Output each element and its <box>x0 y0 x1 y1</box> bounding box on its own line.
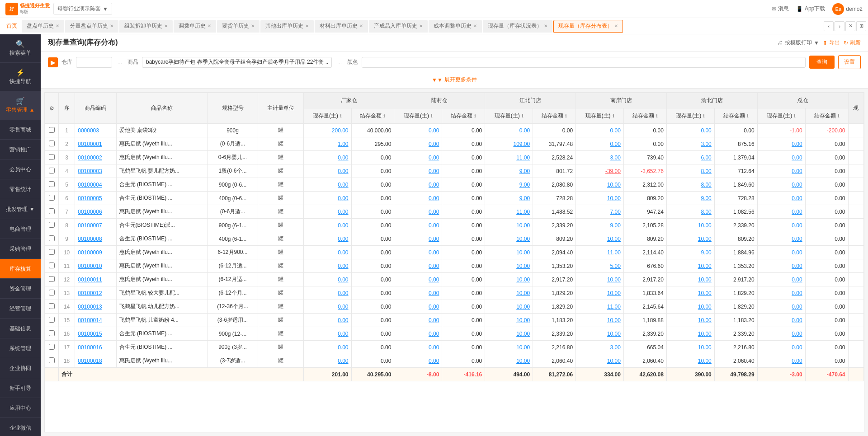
td-jiangbei-stock[interactable]: 10.00 <box>485 246 533 259</box>
td-code[interactable]: 00100014 <box>75 314 116 327</box>
sidebar-item-retail-mgmt[interactable]: 🛒 零售管理 ▲ <box>0 91 41 120</box>
expand-more-btn[interactable]: ▼▼ 展开更多条件 <box>48 74 861 85</box>
td-total-stock[interactable]: 0.00 <box>757 219 805 232</box>
info-icon[interactable]: ℹ <box>565 113 567 118</box>
td-yubei-stock[interactable]: 10.00 <box>666 219 714 232</box>
th-settings[interactable]: ⚙ <box>45 93 59 124</box>
td-lucun-stock[interactable]: 0.00 <box>394 341 442 354</box>
tab-assembly[interactable]: 组装拆卸单历史 ✕ <box>119 20 173 33</box>
sidebar-item-ecommerce[interactable]: 电商管理 <box>0 219 41 239</box>
sidebar-item-retail-stats[interactable]: 零售统计 <box>0 179 41 199</box>
setting-button[interactable]: 设置 <box>838 55 861 69</box>
close-icon[interactable]: ✕ <box>251 23 255 28</box>
color-input[interactable] <box>362 57 806 68</box>
td-jiangbei-stock[interactable]: 10.00 <box>485 354 533 368</box>
td-changjia-stock[interactable]: 0.00 <box>303 354 351 368</box>
td-changjia-stock[interactable]: 0.00 <box>303 341 351 354</box>
td-lucun-stock[interactable]: 0.00 <box>394 219 442 232</box>
td-checkbox[interactable] <box>45 164 59 178</box>
td-jiangbei-stock[interactable]: 10.00 <box>485 286 533 300</box>
td-total-stock[interactable]: 0.00 <box>757 286 805 300</box>
td-changjia-stock[interactable]: 0.00 <box>303 178 351 192</box>
td-nanan-stock[interactable]: 11.00 <box>576 300 624 314</box>
td-changjia-stock[interactable]: 0.00 <box>303 232 351 246</box>
tab-dist-check[interactable]: 分量盘点单历史 ✕ <box>65 20 118 33</box>
td-code[interactable]: 00100016 <box>75 341 116 354</box>
td-nanan-stock[interactable]: 11.00 <box>576 246 624 259</box>
tab-expand-btn[interactable]: ⊞ <box>856 21 866 31</box>
td-code[interactable]: 00100006 <box>75 205 116 219</box>
row-checkbox[interactable] <box>49 276 55 282</box>
settings-icon[interactable]: ⚙ <box>49 105 54 112</box>
refresh-btn[interactable]: ↻ 刷新 <box>844 39 861 47</box>
sidebar-item-marketing[interactable]: 营销推广 <box>0 140 41 159</box>
td-changjia-stock[interactable]: 0.00 <box>303 314 351 327</box>
tab-home[interactable]: 首页 <box>2 22 22 30</box>
td-jiangbei-stock[interactable]: 109.00 <box>485 137 533 151</box>
td-changjia-stock[interactable]: 0.00 <box>303 151 351 164</box>
td-changjia-stock[interactable]: 0.00 <box>303 259 351 273</box>
td-yubei-stock[interactable]: 10.00 <box>666 327 714 341</box>
td-checkbox[interactable] <box>45 354 59 368</box>
sidebar-item-base-info[interactable]: 基础信息 <box>0 319 41 338</box>
td-lucun-stock[interactable]: 0.00 <box>394 124 442 137</box>
td-nanan-stock[interactable]: 0.00 <box>576 137 624 151</box>
row-checkbox[interactable] <box>49 168 55 173</box>
app-download-btn[interactable]: 📱 App下载 <box>796 5 825 13</box>
close-icon[interactable]: ✕ <box>419 23 423 28</box>
td-code[interactable]: 00100007 <box>75 219 116 232</box>
td-code[interactable]: 00100009 <box>75 246 116 259</box>
td-nanan-stock[interactable]: 10.00 <box>576 192 624 205</box>
td-checkbox[interactable] <box>45 300 59 314</box>
row-checkbox[interactable] <box>49 181 55 187</box>
td-yubei-stock[interactable]: 3.00 <box>666 137 714 151</box>
td-lucun-stock[interactable]: 0.00 <box>394 192 442 205</box>
td-yubei-stock[interactable]: 10.00 <box>666 354 714 368</box>
sidebar-item-search[interactable]: 🔍 搜索英单 <box>0 34 41 63</box>
td-code[interactable]: 00100012 <box>75 286 116 300</box>
td-nanan-stock[interactable]: 9.00 <box>576 219 624 232</box>
td-jiangbei-stock[interactable]: 9.00 <box>485 164 533 178</box>
goods-input[interactable] <box>142 57 332 68</box>
row-checkbox[interactable] <box>49 249 55 255</box>
row-checkbox[interactable] <box>49 330 55 336</box>
org-dropdown[interactable]: 母婴行业演示陈套 ▼ <box>53 3 112 15</box>
td-total-stock[interactable]: 0.00 <box>757 178 805 192</box>
td-lucun-stock[interactable]: 0.00 <box>394 232 442 246</box>
td-jiangbei-stock[interactable]: 10.00 <box>485 300 533 314</box>
export-btn[interactable]: ⬆ 导出 <box>823 39 840 47</box>
td-code[interactable]: 0000003 <box>75 124 116 137</box>
sidebar-item-finance[interactable]: 资金管理 <box>0 279 41 299</box>
td-total-stock[interactable]: 0.00 <box>757 327 805 341</box>
tab-inventory-dist[interactable]: 现存量（库存分布表） ✕ <box>553 20 623 33</box>
td-changjia-stock[interactable]: 1.00 <box>303 137 351 151</box>
td-yubei-stock[interactable]: 0.00 <box>666 124 714 137</box>
td-code[interactable]: 00100008 <box>75 232 116 246</box>
td-code[interactable]: 00100011 <box>75 273 116 286</box>
td-checkbox[interactable] <box>45 205 59 219</box>
td-total-stock[interactable]: 0.00 <box>757 273 805 286</box>
td-checkbox[interactable] <box>45 178 59 192</box>
info-icon[interactable]: ℹ <box>838 113 840 118</box>
tab-product-inbound[interactable]: 产成品入库单历史 ✕ <box>369 20 428 33</box>
td-checkbox[interactable] <box>45 259 59 273</box>
td-yubei-stock[interactable]: 10.00 <box>666 341 714 354</box>
info-icon[interactable]: ℹ <box>431 113 433 118</box>
td-code[interactable]: 00100002 <box>75 151 116 164</box>
td-total-stock[interactable]: 0.00 <box>757 314 805 327</box>
td-checkbox[interactable] <box>45 151 59 164</box>
warehouse-input[interactable] <box>76 57 112 68</box>
td-nanan-stock[interactable]: 3.00 <box>576 151 624 164</box>
td-yubei-stock[interactable]: 10.00 <box>666 259 714 273</box>
td-code[interactable]: 00100003 <box>75 164 116 178</box>
td-nanan-stock[interactable]: 10.00 <box>576 314 624 327</box>
td-code[interactable]: 00100005 <box>75 192 116 205</box>
tab-prev-btn[interactable]: ‹ <box>824 21 834 31</box>
td-changjia-stock[interactable]: 0.00 <box>303 286 351 300</box>
close-icon[interactable]: ✕ <box>208 23 211 28</box>
info-icon[interactable]: ℹ <box>703 113 705 118</box>
tab-next-btn[interactable]: › <box>835 21 844 31</box>
td-changjia-stock[interactable]: 0.00 <box>303 164 351 178</box>
info-icon[interactable]: ℹ <box>613 113 614 118</box>
td-total-stock[interactable]: 0.00 <box>757 137 805 151</box>
